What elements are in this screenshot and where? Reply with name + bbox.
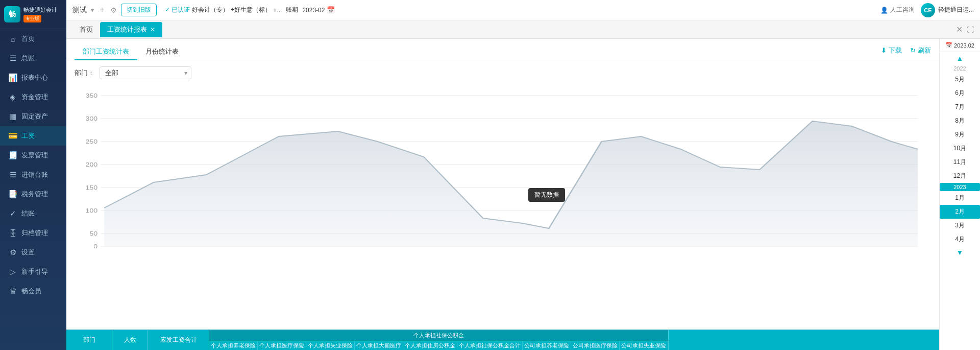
- col-group-personal-cells: 个人承担养老保险 个人承担医疗保险 个人承担失业保险 个人承担大额医疗 个人承担…: [209, 341, 668, 350]
- tab-salary-report[interactable]: 工资统计报表 ✕: [100, 22, 162, 37]
- col-group-personal-header: 个人承担社保公积金: [209, 330, 668, 341]
- right-panel: 📅 2023.02 ▲ 2022 5月 6月 7月 8月 9月 10月 11月 …: [939, 39, 980, 350]
- tab-home-label: 首页: [80, 25, 93, 34]
- month-2022-10[interactable]: 10月: [940, 142, 980, 155]
- col-dept: 部门: [66, 330, 112, 350]
- sidebar-item-label: 资金管理: [21, 92, 48, 102]
- sales-icon: ☰: [8, 170, 17, 179]
- nav-down-btn[interactable]: ▼: [954, 246, 966, 259]
- month-2023-4[interactable]: 4月: [940, 232, 980, 246]
- svg-text:100: 100: [86, 207, 98, 214]
- svg-text:50: 50: [89, 230, 97, 237]
- switch-to-old-btn[interactable]: 切到旧版: [121, 4, 157, 16]
- chart-area: 350 300 250 200 150 100 50 0: [66, 85, 939, 330]
- assets-icon: ▦: [8, 112, 17, 121]
- month-2022-8[interactable]: 8月: [940, 114, 980, 128]
- month-2022-5[interactable]: 5月: [940, 73, 980, 86]
- refresh-btn[interactable]: ↻ 刷新: [910, 46, 931, 55]
- month-2023-3[interactable]: 3月: [940, 219, 980, 232]
- sidebar-item-label: 固定资产: [21, 112, 48, 121]
- department-select[interactable]: 全部 财务部 销售部 行政部: [100, 66, 191, 79]
- invoice-icon: 🧾: [8, 151, 17, 160]
- calendar-icon[interactable]: 📅: [327, 6, 335, 14]
- sidebar-item-ledger[interactable]: ☰ 总账: [0, 49, 66, 68]
- month-2022-6[interactable]: 6月: [940, 86, 980, 100]
- sidebar-item-member[interactable]: ♛ 畅会员: [0, 282, 66, 301]
- tab-close-btn[interactable]: ✕: [956, 25, 963, 34]
- sidebar-item-sales[interactable]: ☰ 进销台账: [0, 165, 66, 184]
- svg-text:200: 200: [86, 161, 98, 168]
- avatar: CE: [921, 3, 935, 17]
- subtab-dept[interactable]: 部门工资统计表: [75, 44, 137, 60]
- tab-home[interactable]: 首页: [72, 22, 100, 37]
- sidebar-item-label: 发票管理: [21, 151, 48, 160]
- sidebar-item-settings[interactable]: ⚙ 设置: [0, 243, 66, 262]
- sidebar-item-label: 报表中心: [21, 73, 48, 82]
- filter-row: 部门： 全部 财务部 销售部 行政部: [66, 60, 939, 85]
- subtabs: 部门工资统计表 月份统计表 ⬇ 下载 ↻ 刷新: [66, 39, 939, 60]
- col-company-medical: 公司承担医疗保险: [571, 341, 620, 350]
- sidebar-logo: 畅 畅捷通好会计 专业版: [0, 0, 66, 29]
- user-info: CE 轻捷通日运...: [921, 3, 974, 17]
- topbar-add-button[interactable]: ＋: [98, 5, 106, 15]
- month-2022-7[interactable]: 7月: [940, 100, 980, 114]
- sidebar-item-label: 归档管理: [21, 228, 48, 238]
- member-icon: ♛: [8, 287, 17, 296]
- col-personal-total: 个人承担社保公积金合计: [457, 341, 523, 350]
- download-btn[interactable]: ⬇ 下载: [881, 46, 902, 55]
- download-icon: ⬇: [881, 46, 887, 54]
- sidebar-item-settle[interactable]: ✓ 结账: [0, 204, 66, 223]
- sidebar-item-reports[interactable]: 📊 报表中心: [0, 68, 66, 87]
- calendar-icon-small: 📅: [945, 42, 952, 49]
- tab-close-icon[interactable]: ✕: [150, 26, 155, 33]
- topbar-dropdown-arrow[interactable]: ▾: [91, 7, 94, 14]
- username: 轻捷通日运...: [938, 6, 974, 14]
- sidebar-item-label: 设置: [21, 248, 35, 257]
- col-group-personal: 个人承担社保公积金 个人承担养老保险 个人承担医疗保险 个人承担失业保险 个人承…: [209, 330, 669, 350]
- svg-text:350: 350: [86, 92, 98, 99]
- col-company-pension: 公司承担养老保险: [523, 341, 571, 350]
- newguide-icon: ▷: [8, 267, 17, 276]
- sidebar-item-newguide[interactable]: ▷ 新手引导: [0, 262, 66, 282]
- month-2023-1[interactable]: 1月: [940, 191, 980, 205]
- month-2022-9[interactable]: 9月: [940, 128, 980, 142]
- tab-expand-btn[interactable]: ⛶: [967, 26, 974, 34]
- month-2023-2[interactable]: 2月: [940, 205, 980, 219]
- topbar-status: ✓ 已认证 好会计（专） +好生意（标） +... 账期 2023-02 📅: [165, 6, 335, 14]
- home-icon: ⌂: [8, 35, 17, 43]
- sidebar-item-invoice[interactable]: 🧾 发票管理: [0, 146, 66, 165]
- archive-icon: 🗄: [8, 229, 17, 238]
- subtab-month[interactable]: 月份统计表: [137, 44, 187, 60]
- sidebar: 畅 畅捷通好会计 专业版 ⌂ 首页 ☰ 总账 📊 报表中心 ◈ 资金管理 ▦ 固…: [0, 0, 66, 350]
- tab-salary-label: 工资统计报表: [107, 25, 147, 34]
- sidebar-item-label: 新手引导: [21, 267, 48, 276]
- help-button[interactable]: 👤 人工咨询: [880, 6, 915, 14]
- sidebar-item-salary[interactable]: 💳 工资: [0, 126, 66, 146]
- tax-icon: 📑: [8, 190, 17, 199]
- sidebar-item-assets[interactable]: ▦ 固定资产: [0, 107, 66, 126]
- download-label: 下载: [889, 46, 902, 55]
- sidebar-item-archive[interactable]: 🗄 归档管理: [0, 223, 66, 243]
- col-personal-major-medical: 个人承担大额医疗: [355, 341, 403, 350]
- sidebar-item-tax[interactable]: 📑 税务管理: [0, 184, 66, 204]
- sidebar-item-label: 工资: [21, 131, 35, 141]
- col-gross-salary: 应发工资合计: [148, 330, 209, 350]
- topbar-gear-icon[interactable]: ⚙: [110, 6, 117, 14]
- svg-text:150: 150: [86, 184, 98, 191]
- topbar-title: 测试: [72, 6, 87, 15]
- year-2023-badge: 2023: [940, 183, 980, 191]
- salary-icon: 💳: [8, 131, 17, 141]
- sidebar-item-funds[interactable]: ◈ 资金管理: [0, 87, 66, 107]
- sidebar-item-label: 畅会员: [21, 287, 41, 296]
- department-select-wrap: 全部 财务部 销售部 行政部: [100, 66, 191, 79]
- svg-text:300: 300: [86, 115, 98, 122]
- sidebar-item-home[interactable]: ⌂ 首页: [0, 29, 66, 49]
- sidebar-item-label: 首页: [21, 34, 35, 43]
- month-2022-11[interactable]: 11月: [940, 155, 980, 169]
- table-header: 部门 人数 应发工资合计 个人承担社保公积金 个人承担养老保险 个人承担医疗保险…: [66, 330, 939, 350]
- month-2022-12[interactable]: 12月: [940, 169, 980, 183]
- date-value: 2023.02: [954, 42, 974, 49]
- col-personal-medical: 个人承担医疗保险: [258, 341, 306, 350]
- nav-up-btn[interactable]: ▲: [954, 52, 966, 64]
- col-company-unemployment: 公司承担失业保险: [620, 341, 668, 350]
